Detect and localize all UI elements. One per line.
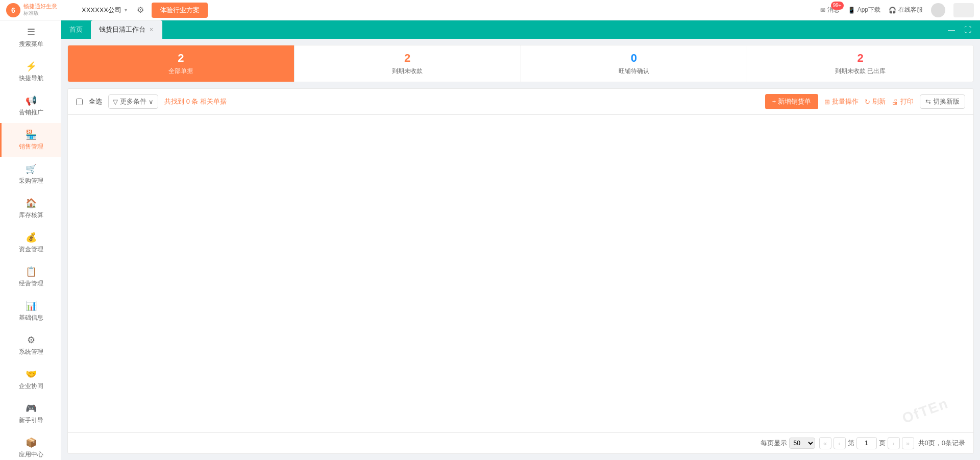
message-badge: 99+ bbox=[831, 2, 844, 10]
page-unit: 页 bbox=[879, 439, 886, 448]
stat-label-1: 到期未收款 bbox=[392, 67, 423, 76]
add-sales-order-button[interactable]: + 新增销货单 bbox=[765, 94, 818, 109]
stat-card-2[interactable]: 0 旺铺待确认 bbox=[521, 45, 748, 82]
select-all-checkbox[interactable] bbox=[76, 99, 83, 105]
tab-home[interactable]: 首页 bbox=[61, 20, 91, 39]
sidebar-icon-5: 🏠 bbox=[26, 198, 37, 209]
switch-label: 切换新版 bbox=[933, 97, 960, 106]
sidebar-icon-12: 📦 bbox=[26, 437, 37, 448]
tab-minimize-button[interactable]: — bbox=[945, 23, 958, 36]
tab-active[interactable]: 钱货日清工作台 × bbox=[91, 20, 162, 39]
logo-text-group: 畅捷通好生意 标准版 bbox=[23, 3, 57, 17]
sidebar-item-5[interactable]: 🏠 库存核算 bbox=[0, 191, 61, 226]
sidebar-icon-0: ☰ bbox=[27, 27, 35, 38]
sidebar-item-3[interactable]: 🏪 销售管理 bbox=[0, 123, 61, 157]
prev-page-button[interactable]: ‹ bbox=[834, 437, 846, 449]
sidebar-label-7: 经营管理 bbox=[19, 279, 43, 288]
sidebar-label-0: 搜索菜单 bbox=[19, 40, 43, 49]
stat-card-1[interactable]: 2 到期未收款 bbox=[295, 45, 521, 82]
sidebar-label-3: 销售管理 bbox=[19, 142, 43, 151]
sidebar-label-12: 应用中心 bbox=[19, 450, 43, 459]
message-icon: ✉ bbox=[820, 7, 825, 14]
refresh-button[interactable]: ↻ 刷新 bbox=[865, 97, 886, 106]
stats-row: 2 全部单据2 到期未收款0 旺铺待确认2 到期未收款 已出库 bbox=[67, 45, 974, 82]
toolbar-right: + 新增销货单 ⊞ 批量操作 ↻ 刷新 🖨 打印 ⇆ bbox=[765, 94, 965, 109]
sidebar: ☰ 搜索菜单⚡ 快捷导航📢 营销推广🏪 销售管理🛒 采购管理🏠 库存核算💰 资金… bbox=[0, 20, 61, 460]
filter-label: 更多条件 bbox=[120, 97, 146, 106]
company-selector[interactable]: XXXXXX公司 ▾ bbox=[78, 4, 131, 17]
stat-label-2: 旺铺待确认 bbox=[619, 67, 649, 76]
related-label: 相关单据 bbox=[200, 98, 227, 105]
sidebar-item-4[interactable]: 🛒 采购管理 bbox=[0, 157, 61, 191]
toolbar: 全选 ▽ 更多条件 ∨ 共找到 0 条 相关单据 + 新增销货单 ⊞ 批量操作 bbox=[67, 88, 974, 114]
switch-icon: ⇆ bbox=[925, 98, 931, 106]
per-page-label: 每页显示 bbox=[761, 439, 787, 448]
service-icon: 🎧 bbox=[889, 7, 896, 14]
page-nav: « ‹ 第 页 › » bbox=[819, 437, 914, 449]
sidebar-icon-10: 🤝 bbox=[26, 369, 37, 380]
print-button[interactable]: 🖨 打印 bbox=[892, 97, 914, 106]
message-button[interactable]: ✉ 消息 99+ bbox=[820, 6, 840, 14]
tab-bar: 首页 钱货日清工作台 × — ⛶ bbox=[61, 20, 980, 39]
trial-button[interactable]: 体验行业方案 bbox=[152, 3, 208, 18]
sidebar-item-10[interactable]: 🤝 企业协同 bbox=[0, 362, 61, 397]
sidebar-label-6: 资金管理 bbox=[19, 245, 43, 254]
sidebar-label-2: 营销推广 bbox=[19, 108, 43, 117]
top-right-area: ✉ 消息 99+ 📱 App下载 🎧 在线客服 bbox=[820, 3, 974, 17]
print-label: 打印 bbox=[900, 97, 914, 106]
logo-area: 6 畅捷通好生意 标准版 bbox=[6, 3, 67, 17]
found-text: 共找到 bbox=[164, 98, 184, 105]
sidebar-item-7[interactable]: 📋 经营管理 bbox=[0, 260, 61, 294]
sidebar-item-12[interactable]: 📦 应用中心 bbox=[0, 431, 61, 460]
batch-icon: ⊞ bbox=[824, 98, 830, 106]
sidebar-item-0[interactable]: ☰ 搜索菜单 bbox=[0, 20, 61, 55]
stat-card-3[interactable]: 2 到期未收款 已出库 bbox=[747, 45, 973, 82]
last-page-button[interactable]: » bbox=[902, 437, 914, 449]
next-page-button[interactable]: › bbox=[888, 437, 900, 449]
tab-close-button[interactable]: × bbox=[149, 26, 154, 33]
sidebar-icon-7: 📋 bbox=[26, 266, 37, 277]
online-service-button[interactable]: 🎧 在线客服 bbox=[889, 6, 923, 14]
sidebar-label-10: 企业协同 bbox=[19, 382, 43, 391]
sidebar-label-8: 基础信息 bbox=[19, 313, 43, 322]
phone-icon: 📱 bbox=[848, 7, 855, 14]
avatar[interactable] bbox=[931, 3, 945, 17]
sidebar-label-1: 快捷导航 bbox=[19, 74, 43, 83]
logo-icon: 6 bbox=[6, 3, 20, 17]
sidebar-icon-11: 🎮 bbox=[26, 403, 37, 414]
refresh-icon: ↻ bbox=[865, 98, 870, 106]
sidebar-item-11[interactable]: 🎮 新手引导 bbox=[0, 397, 61, 431]
filter-button[interactable]: ▽ 更多条件 ∨ bbox=[108, 94, 158, 109]
sidebar-label-4: 采购管理 bbox=[19, 177, 43, 185]
sidebar-item-1[interactable]: ⚡ 快捷导航 bbox=[0, 55, 61, 89]
batch-operation-button[interactable]: ⊞ 批量操作 bbox=[824, 97, 859, 106]
main-layout: ☰ 搜索菜单⚡ 快捷导航📢 营销推广🏪 销售管理🛒 采购管理🏠 库存核算💰 资金… bbox=[0, 20, 980, 460]
main-content: 首页 钱货日清工作台 × — ⛶ 2 全部单据2 到期未收款0 bbox=[61, 20, 980, 460]
app-download-label: App下载 bbox=[857, 6, 880, 14]
user-name-display[interactable] bbox=[953, 3, 974, 17]
refresh-label: 刷新 bbox=[872, 97, 886, 106]
select-all-label: 全选 bbox=[89, 97, 102, 106]
batch-label: 批量操作 bbox=[832, 97, 859, 106]
stat-card-0[interactable]: 2 全部单据 bbox=[68, 45, 295, 82]
per-page-select[interactable]: 50 100 200 bbox=[789, 438, 815, 449]
top-bar: 6 畅捷通好生意 标准版 XXXXXX公司 ▾ ⚙ 体验行业方案 ✉ 消息 99… bbox=[0, 0, 980, 20]
tab-active-label: 钱货日清工作台 bbox=[99, 25, 145, 34]
sidebar-item-6[interactable]: 💰 资金管理 bbox=[0, 226, 61, 260]
filter-chevron-icon: ∨ bbox=[149, 98, 154, 106]
sidebar-item-9[interactable]: ⚙ 系统管理 bbox=[0, 328, 61, 362]
sidebar-icon-1: ⚡ bbox=[26, 61, 37, 72]
found-number: 0 bbox=[186, 98, 190, 105]
switch-version-button[interactable]: ⇆ 切换新版 bbox=[920, 94, 965, 109]
sidebar-item-2[interactable]: 📢 营销推广 bbox=[0, 89, 61, 123]
first-page-button[interactable]: « bbox=[819, 437, 831, 449]
app-download-button[interactable]: 📱 App下载 bbox=[848, 6, 880, 14]
sidebar-item-8[interactable]: 📊 基础信息 bbox=[0, 294, 61, 328]
page-size-select: 每页显示 50 100 200 bbox=[761, 438, 815, 449]
found-unit: 条 bbox=[191, 98, 198, 105]
tab-maximize-button[interactable]: ⛶ bbox=[962, 23, 974, 36]
page-input[interactable] bbox=[856, 437, 877, 449]
settings-button[interactable]: ⚙ bbox=[133, 3, 148, 17]
sidebar-label-11: 新手引导 bbox=[19, 416, 43, 425]
company-name: XXXXXX公司 bbox=[82, 6, 121, 15]
